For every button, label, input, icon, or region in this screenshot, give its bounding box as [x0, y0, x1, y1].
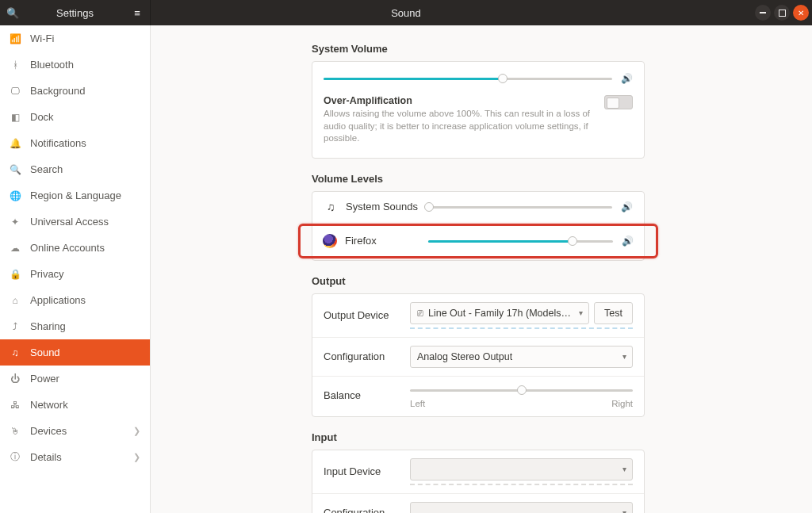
- sidebar-item-label: Network: [30, 399, 68, 411]
- sidebar-item-icon: ☁: [10, 243, 21, 254]
- balance-label: Balance: [324, 385, 399, 401]
- sidebar-item-label: Privacy: [30, 268, 64, 280]
- output-device-label: Output Device: [324, 309, 399, 321]
- hamburger-icon[interactable]: ≡: [124, 0, 150, 25]
- balance-left-label: Left: [410, 399, 425, 408]
- sidebar-item-wi-fi[interactable]: 📶Wi-Fi: [0, 25, 150, 52]
- sidebar-item-icon: 📶: [10, 33, 21, 44]
- sidebar-item-icon: 🌐: [10, 190, 21, 201]
- main-content: System Volume 🔊 Over-Amplification Allow…: [151, 25, 812, 513]
- search-icon[interactable]: 🔍: [0, 0, 25, 25]
- sidebar-item-privacy[interactable]: 🔒Privacy: [0, 261, 150, 287]
- window-minimize-button[interactable]: [755, 5, 771, 21]
- section-system-volume: System Volume: [312, 43, 645, 55]
- app-volume-slider[interactable]: [429, 201, 612, 212]
- sidebar-item-icon: ⓘ: [10, 450, 21, 464]
- section-volume-levels: Volume Levels: [312, 173, 645, 185]
- window-close-button[interactable]: ✕: [793, 5, 809, 21]
- system-volume-slider[interactable]: [324, 73, 612, 84]
- sidebar-item-icon: 🖵: [10, 86, 21, 97]
- sidebar-item-region-language[interactable]: 🌐Region & Language: [0, 182, 150, 209]
- sidebar-item-icon: ᚼ: [10, 59, 21, 71]
- sidebar-item-icon: 🔍: [10, 164, 21, 175]
- sidebar-item-icon: 🖧: [10, 400, 21, 411]
- output-config-select[interactable]: Analog Stereo Output: [410, 346, 633, 368]
- sidebar-item-icon: ◧: [10, 112, 21, 123]
- page-title: Sound: [391, 7, 421, 19]
- over-amplification-title: Over-Amplification: [324, 95, 595, 106]
- sidebar-item-label: Power: [30, 373, 59, 385]
- speaker-icon[interactable]: 🔊: [620, 201, 633, 212]
- section-input: Input: [312, 431, 645, 443]
- sidebar-item-label: Notifications: [30, 137, 86, 149]
- firefox-icon: [323, 234, 337, 248]
- section-output: Output: [312, 275, 645, 287]
- sidebar-item-notifications[interactable]: 🔔Notifications: [0, 130, 150, 156]
- sidebar-item-background[interactable]: 🖵Background: [0, 78, 150, 104]
- sidebar-item-label: Online Accounts: [30, 242, 105, 254]
- sidebar-item-sound[interactable]: ♫Sound: [0, 339, 150, 366]
- speaker-icon[interactable]: 🔊: [621, 235, 634, 247]
- chevron-right-icon: ❯: [133, 452, 140, 462]
- sidebar-item-network[interactable]: 🖧Network: [0, 392, 150, 418]
- input-config-select[interactable]: [410, 502, 633, 513]
- sidebar-item-label: Details: [30, 451, 62, 463]
- sidebar-item-label: Dock: [30, 111, 54, 123]
- output-card: Output Device ⎚ Line Out - Family 17h (M…: [312, 293, 645, 417]
- sidebar-item-label: Sound: [30, 346, 60, 358]
- input-card: Input Device Configuration: [312, 450, 645, 513]
- sidebar-item-icon: ⤴: [10, 321, 21, 332]
- input-device-label: Input Device: [324, 465, 399, 477]
- sidebar-item-label: Search: [30, 163, 63, 175]
- window-maximize-button[interactable]: [774, 5, 790, 21]
- sidebar-item-devices[interactable]: 🖰Devices❯: [0, 418, 150, 444]
- sidebar-item-label: Region & Language: [30, 190, 121, 201]
- sidebar-item-label: Applications: [30, 294, 86, 306]
- output-device-select[interactable]: ⎚ Line Out - Family 17h (Models 0…: [410, 302, 589, 324]
- sidebar-item-search[interactable]: 🔍Search: [0, 156, 150, 182]
- sidebar-item-icon: ⌂: [10, 295, 21, 306]
- sidebar-item-label: Wi-Fi: [30, 33, 54, 44]
- sidebar-item-universal-access[interactable]: ✦Universal Access: [0, 209, 150, 235]
- system-volume-card: 🔊 Over-Amplification Allows raising the …: [312, 61, 645, 159]
- app-volume-slider[interactable]: [428, 235, 613, 247]
- over-amplification-desc: Allows raising the volume above 100%. Th…: [324, 108, 595, 145]
- sidebar-item-icon: ⏻: [10, 373, 21, 385]
- sidebar-item-bluetooth[interactable]: ᚼBluetooth: [0, 52, 150, 78]
- sidebar-item-label: Sharing: [30, 320, 66, 332]
- sidebar-item-online-accounts[interactable]: ☁Online Accounts: [0, 235, 150, 261]
- app-volume-row-firefox: Firefox🔊: [312, 226, 645, 256]
- sidebar-item-details[interactable]: ⓘDetails❯: [0, 444, 150, 470]
- sidebar-item-label: Background: [30, 85, 85, 97]
- sidebar-item-icon: 🖰: [10, 426, 21, 437]
- sidebar-item-icon: 🔔: [10, 138, 21, 149]
- balance-slider[interactable]: [410, 385, 633, 396]
- input-config-label: Configuration: [324, 507, 399, 513]
- sidebar-item-label: Bluetooth: [30, 59, 74, 71]
- sidebar-item-label: Devices: [30, 425, 67, 437]
- over-amplification-switch[interactable]: [604, 95, 633, 109]
- sidebar-item-icon: 🔒: [10, 269, 21, 280]
- app-title: Settings: [25, 7, 124, 19]
- output-config-label: Configuration: [324, 350, 399, 362]
- speaker-icon[interactable]: 🔊: [620, 73, 633, 84]
- app-volume-row-system-sounds: ♫System Sounds🔊: [312, 192, 644, 222]
- volume-levels-card: ♫System Sounds🔊Firefox🔊: [312, 191, 645, 261]
- chevron-right-icon: ❯: [133, 426, 140, 436]
- balance-right-label: Right: [611, 399, 633, 408]
- sidebar-item-icon: ♫: [10, 347, 21, 358]
- input-device-select[interactable]: [410, 458, 633, 480]
- sidebar-item-applications[interactable]: ⌂Applications: [0, 287, 150, 313]
- sidebar-item-sharing[interactable]: ⤴Sharing: [0, 313, 150, 339]
- sidebar: 📶Wi-FiᚼBluetooth🖵Background◧Dock🔔Notific…: [0, 25, 151, 513]
- sidebar-item-dock[interactable]: ◧Dock: [0, 104, 150, 130]
- headerbar: 🔍 Settings ≡ Sound ✕: [0, 0, 812, 25]
- sidebar-item-icon: ✦: [10, 216, 21, 228]
- music-note-icon: ♫: [327, 201, 335, 213]
- sidebar-item-power[interactable]: ⏻Power: [0, 366, 150, 392]
- app-volume-label: Firefox: [345, 235, 420, 247]
- test-button[interactable]: Test: [594, 302, 633, 324]
- sidebar-item-label: Universal Access: [30, 216, 109, 228]
- app-volume-label: System Sounds: [346, 201, 421, 212]
